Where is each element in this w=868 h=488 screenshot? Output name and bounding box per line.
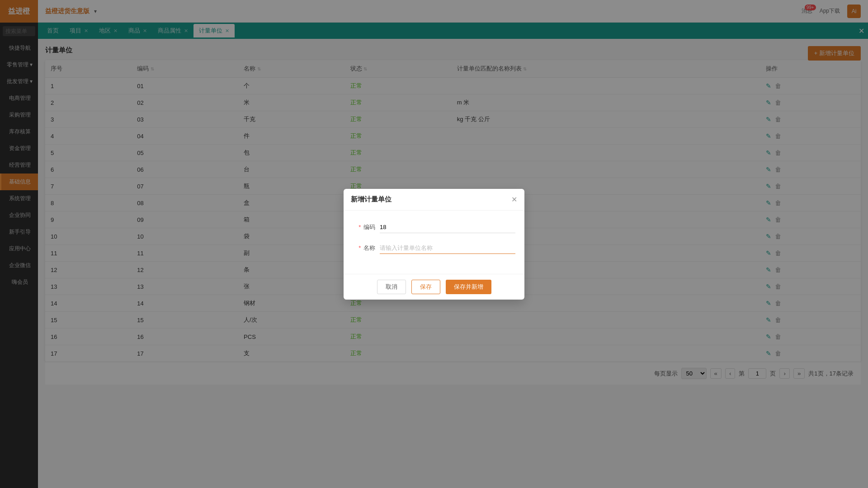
form-row-code: * 编码 [353,221,515,233]
required-star-code: * [359,224,361,230]
form-code-label: * 编码 [353,223,380,231]
dialog-body: * 编码 * 名称 [344,211,524,274]
cancel-button[interactable]: 取消 [377,280,406,294]
dialog-title: 新增计量单位 [351,195,392,204]
form-name-input[interactable] [380,242,515,254]
save-and-new-button[interactable]: 保存并新增 [446,280,491,294]
required-star-name: * [359,244,361,251]
dialog-footer: 取消 保存 保存并新增 [344,274,524,300]
save-button[interactable]: 保存 [411,280,440,294]
dialog-header: 新增计量单位 ✕ [344,189,524,211]
dialog-close-button[interactable]: ✕ [511,195,517,204]
add-unit-dialog: 新增计量单位 ✕ * 编码 * 名称 取消 保存 保存并新增 [344,189,524,300]
form-row-name: * 名称 [353,242,515,254]
dialog-overlay: 新增计量单位 ✕ * 编码 * 名称 取消 保存 保存并新增 [0,0,868,488]
form-code-input[interactable] [380,221,515,233]
form-name-label: * 名称 [353,244,380,252]
